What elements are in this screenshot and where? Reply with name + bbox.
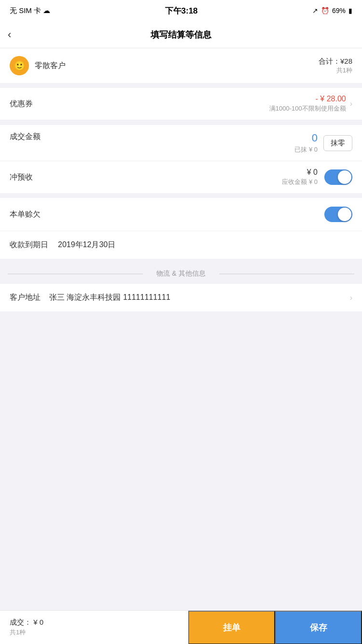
alarm-icon: ⏰ [321, 7, 329, 14]
address-row[interactable]: 客户地址 张三 海淀永丰科技园 11111111111 › [0, 284, 362, 311]
coupon-row[interactable]: 优惠券 - ¥ 28.00 满1000-100不限制使用金额 › [0, 88, 362, 120]
bottom-bar: 成交： ¥ 0 共1种 挂单 保存 [0, 610, 362, 644]
coupon-amount: - ¥ 28.00 [269, 95, 346, 103]
bottom-spacer [0, 316, 362, 350]
debt-row: 本单赊欠 [0, 198, 362, 231]
due-date-label: 收款到期日 [10, 240, 48, 250]
bottom-trans-label: 成交： ¥ 0 [10, 618, 179, 627]
bottom-info: 成交： ¥ 0 共1种 [0, 611, 188, 644]
transaction-section: 成交金额 0 已抹 ¥ 0 抹零 冲预收 ¥ 0 应收金额 ¥ 0 [0, 125, 362, 193]
coupon-value-block: - ¥ 28.00 满1000-100不限制使用金额 [269, 95, 346, 113]
status-time: 下午3:18 [165, 5, 198, 16]
coupon-desc: 满1000-100不限制使用金额 [269, 104, 346, 113]
customer-row: 🙂 零散客户 合计：¥28 共1种 [0, 48, 362, 83]
coupon-section[interactable]: 优惠券 - ¥ 28.00 满1000-100不限制使用金额 › [0, 88, 362, 120]
transaction-label: 成交金额 [10, 132, 41, 142]
coupon-label: 优惠券 [10, 99, 33, 109]
logistics-line-left [8, 274, 143, 274]
pending-button[interactable]: 挂单 [188, 611, 275, 644]
prepay-sub: 应收金额 ¥ 0 [282, 178, 318, 186]
address-value: 张三 海淀永丰科技园 11111111111 [49, 293, 344, 303]
page-title: 填写结算等信息 [151, 29, 211, 41]
bottom-count: 共1种 [10, 628, 179, 637]
back-button[interactable]: ‹ [8, 28, 11, 41]
transaction-right: 0 已抹 ¥ 0 抹零 [294, 132, 352, 154]
customer-summary: 合计：¥28 共1种 [319, 57, 352, 75]
address-label: 客户地址 [10, 293, 43, 303]
round-button[interactable]: 抹零 [323, 135, 352, 151]
customer-name: 零散客户 [35, 61, 66, 71]
prepay-amount: ¥ 0 [282, 168, 318, 177]
transaction-amount: 0 [294, 132, 318, 144]
bottom-trans-value: ¥ 0 [33, 618, 43, 626]
status-bar: 无 SIM 卡 ☁ 下午3:18 ↗ ⏰ 69% ▮ [0, 0, 362, 21]
status-left: 无 SIM 卡 ☁ [10, 6, 50, 15]
nav-bar: ‹ 填写结算等信息 [0, 21, 362, 48]
prepay-toggle-knob [338, 170, 351, 184]
debt-section: 本单赊欠 收款到期日 2019年12月30日 [0, 198, 362, 259]
address-section[interactable]: 客户地址 张三 海淀永丰科技园 11111111111 › [0, 284, 362, 311]
transaction-sub: 已抹 ¥ 0 [294, 145, 318, 154]
avatar: 🙂 [10, 56, 29, 75]
logistics-line-right [219, 274, 354, 274]
battery-icon: ▮ [348, 7, 352, 14]
save-button[interactable]: 保存 [275, 611, 362, 644]
due-date-row: 收款到期日 2019年12月30日 [0, 231, 362, 259]
debt-toggle-knob [338, 208, 351, 221]
customer-total: 合计：¥28 [319, 57, 352, 66]
address-chevron-icon: › [350, 294, 352, 302]
prepay-label: 冲预收 [10, 172, 33, 182]
logistics-header: 物流 & 其他信息 [0, 264, 362, 284]
coupon-chevron-icon: › [350, 99, 352, 108]
coupon-right: - ¥ 28.00 满1000-100不限制使用金额 › [269, 95, 352, 113]
transaction-value-block: 0 已抹 ¥ 0 [294, 132, 318, 154]
debt-label: 本单赊欠 [10, 210, 41, 220]
prepay-value-block: ¥ 0 应收金额 ¥ 0 [282, 168, 318, 186]
battery-level: 69% [332, 7, 346, 14]
prepay-right: ¥ 0 应收金额 ¥ 0 [282, 168, 352, 186]
debt-toggle[interactable] [324, 207, 352, 222]
sim-status: 无 SIM 卡 ☁ [10, 6, 50, 15]
prepay-row: 冲预收 ¥ 0 应收金额 ¥ 0 [0, 161, 362, 193]
transaction-row: 成交金额 0 已抹 ¥ 0 抹零 [0, 125, 362, 161]
prepay-toggle[interactable] [324, 169, 352, 185]
avatar-icon: 🙂 [14, 60, 26, 71]
status-right: ↗ ⏰ 69% ▮ [312, 7, 352, 14]
bottom-trans-prefix: 成交： [10, 618, 31, 626]
customer-section: 🙂 零散客户 合计：¥28 共1种 [0, 48, 362, 83]
location-icon: ↗ [312, 7, 318, 14]
due-date-value: 2019年12月30日 [58, 240, 115, 250]
customer-count: 共1种 [319, 66, 352, 75]
customer-left: 🙂 零散客户 [10, 56, 66, 75]
logistics-label: 物流 & 其他信息 [156, 269, 205, 278]
